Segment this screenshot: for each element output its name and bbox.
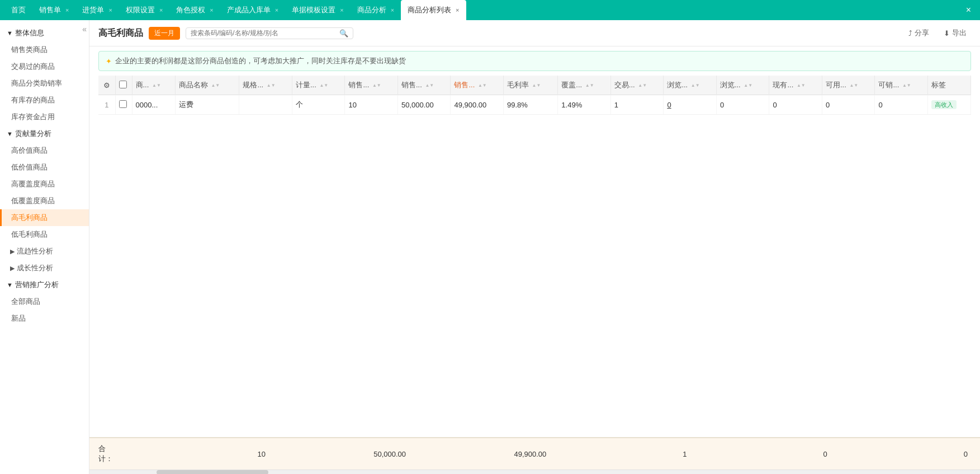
col-browse1-header[interactable]: 浏览... ▲▼ <box>664 76 717 95</box>
col-sellable-sort[interactable]: ▲▼ <box>902 83 911 88</box>
col-coverage-header[interactable]: 覆盖... ▲▼ <box>558 76 611 95</box>
scrollbar-thumb[interactable] <box>157 470 268 474</box>
nav-label-analysis: 商品分析 <box>357 5 386 15</box>
col-browse2-sort[interactable]: ▲▼ <box>744 83 752 88</box>
sidebar-item-stock-capital[interactable]: 库存资金占用 <box>0 109 89 125</box>
col-name-sort[interactable]: ▲▼ <box>211 83 220 88</box>
nav-item-sales[interactable]: 销售单 × <box>32 0 75 20</box>
nav-close-roles[interactable]: × <box>210 7 213 13</box>
export-button[interactable]: ⬇ 导出 <box>939 26 971 40</box>
search-icon[interactable]: 🔍 <box>339 29 348 37</box>
footer-sales-qty: 10 <box>129 450 269 458</box>
filter-recent-month-button[interactable]: 近一月 <box>149 27 180 40</box>
content-area: 高毛利商品 近一月 🔍 ⤴ 分享 ⬇ 导出 ✦ 企业的主要的利润都是这部分商品创… <box>89 20 980 474</box>
nav-close-analysis[interactable]: × <box>391 7 394 13</box>
sidebar-group-marketing[interactable]: ▼ 营销推广分析 <box>0 276 89 293</box>
row-tag: 高收入 <box>927 95 970 115</box>
sidebar-item-in-stock[interactable]: 有库存的商品 <box>0 92 89 109</box>
col-available-header[interactable]: 可用... ▲▼ <box>822 76 875 95</box>
row-sales-amount: 50,000.00 <box>397 95 451 115</box>
col-current-stock-header[interactable]: 现有... ▲▼ <box>769 76 822 95</box>
col-transactions-header[interactable]: 交易... ▲▼ <box>610 76 664 95</box>
nav-close-analysis-list[interactable]: × <box>456 7 459 13</box>
col-browse2-header[interactable]: 浏览... ▲▼ <box>716 76 769 95</box>
row-sellable: 0 <box>875 95 928 115</box>
col-sales-qty-header[interactable]: 销售... ▲▼ <box>345 76 398 95</box>
nav-close-sales[interactable]: × <box>65 7 69 13</box>
col-sales-profit-sort[interactable]: ▲▼ <box>478 83 487 88</box>
nav-item-template[interactable]: 单据模板设置 × <box>285 0 350 20</box>
search-input[interactable] <box>191 29 337 37</box>
sidebar-item-sales-products[interactable]: 销售类商品 <box>0 41 89 58</box>
nav-item-roles[interactable]: 角色授权 × <box>169 0 220 20</box>
sidebar-group-growth[interactable]: ▶ 成长性分析 <box>0 260 89 276</box>
select-all-checkbox[interactable] <box>119 81 127 88</box>
sidebar-item-traded-products[interactable]: 交易过的商品 <box>0 58 89 75</box>
col-sales-qty-sort[interactable]: ▲▼ <box>372 83 381 88</box>
table-row: 1 0000... 运费 个 10 50,000.00 49,900.00 99… <box>98 95 971 115</box>
sidebar-item-low-value[interactable]: 低价值商品 <box>0 159 89 176</box>
horizontal-scrollbar[interactable] <box>89 470 980 474</box>
nav-item-finished-goods[interactable]: 产成品入库单 × <box>220 0 285 20</box>
footer-sales-profit: 49,900.00 <box>409 450 550 458</box>
nav-item-home[interactable]: 首页 <box>4 0 32 20</box>
footer-sellable: 0 <box>831 450 971 458</box>
sidebar-item-high-coverage[interactable]: 高覆盖度商品 <box>0 176 89 193</box>
row-current-stock: 0 <box>769 95 822 115</box>
footer-total-row: 合计： 10 50,000.00 49,900.00 1 0 0 <box>89 437 980 470</box>
sidebar-item-new-products[interactable]: 新品 <box>0 310 89 327</box>
col-sales-amount-sort[interactable]: ▲▼ <box>425 83 434 88</box>
col-name-header[interactable]: 商品名称 ▲▼ <box>175 76 239 95</box>
settings-icon[interactable]: ⚙ <box>103 81 110 90</box>
col-sellable-header[interactable]: 可销... ▲▼ <box>875 76 928 95</box>
nav-item-analysis-list[interactable]: 商品分析列表 × <box>401 0 466 20</box>
sidebar-item-high-value[interactable]: 高价值商品 <box>0 142 89 159</box>
col-unit-header[interactable]: 计量... ▲▼ <box>292 76 345 95</box>
sidebar-item-high-margin[interactable]: 高毛利商品 <box>0 209 89 226</box>
col-spec-sort[interactable]: ▲▼ <box>267 83 276 88</box>
col-spec-header[interactable]: 规格... ▲▼ <box>239 76 292 95</box>
col-browse1-sort[interactable]: ▲▼ <box>691 83 700 88</box>
col-settings[interactable]: ⚙ <box>98 76 115 95</box>
col-available-sort[interactable]: ▲▼ <box>849 83 858 88</box>
row-browse1[interactable]: 0 <box>664 95 717 115</box>
share-button[interactable]: ⤴ 分享 <box>904 26 934 40</box>
nav-item-purchase[interactable]: 进货单 × <box>75 0 119 20</box>
col-unit-sort[interactable]: ▲▼ <box>319 83 328 88</box>
col-code-sort[interactable]: ▲▼ <box>152 83 161 88</box>
sidebar-group-overall-arrow: ▼ <box>7 30 13 36</box>
col-sales-amount-header[interactable]: 销售... ▲▼ <box>397 76 451 95</box>
nav-close-all-button[interactable]: × <box>962 5 976 15</box>
sidebar-item-category-sales-rate[interactable]: 商品分类助销率 <box>0 75 89 92</box>
nav-close-permissions[interactable]: × <box>159 7 163 13</box>
col-tag-header[interactable]: 标签 <box>927 76 970 95</box>
col-transactions-sort[interactable]: ▲▼ <box>638 83 647 88</box>
share-icon: ⤴ <box>908 29 912 37</box>
sidebar-item-low-margin[interactable]: 低毛利商品 <box>0 226 89 243</box>
col-gross-margin-header[interactable]: 毛利率 ▲▼ <box>503 76 557 95</box>
sidebar-group-overall[interactable]: ▼ 整体信息 <box>0 25 89 41</box>
col-code-header[interactable]: 商... ▲▼ <box>132 76 175 95</box>
sidebar-group-contribution[interactable]: ▼ 贡献量分析 <box>0 125 89 142</box>
nav-close-purchase[interactable]: × <box>108 7 112 13</box>
row-checkbox-cell <box>115 95 132 115</box>
col-current-stock-sort[interactable]: ▲▼ <box>797 83 806 88</box>
row-checkbox[interactable] <box>119 100 127 108</box>
col-coverage-sort[interactable]: ▲▼ <box>585 83 594 88</box>
browse1-link[interactable]: 0 <box>667 101 671 109</box>
sidebar-group-overall-label: 整体信息 <box>15 28 44 38</box>
nav-label-roles: 角色授权 <box>176 5 205 15</box>
sidebar-group-trend[interactable]: ▶ 流趋性分析 <box>0 243 89 260</box>
sidebar-collapse-button[interactable]: « <box>82 25 87 34</box>
nav-item-permissions[interactable]: 权限设置 × <box>119 0 169 20</box>
col-sales-profit-header[interactable]: 销售... ▲▼ <box>451 76 504 95</box>
nav-close-finished-goods[interactable]: × <box>275 7 278 13</box>
nav-label-purchase: 进货单 <box>82 5 104 15</box>
footer-current-stock: 0 <box>690 450 831 458</box>
sidebar-item-all-products[interactable]: 全部商品 <box>0 293 89 310</box>
nav-item-analysis[interactable]: 商品分析 × <box>351 0 401 20</box>
share-label: 分享 <box>915 28 929 38</box>
col-gross-margin-sort[interactable]: ▲▼ <box>532 83 541 88</box>
sidebar-item-low-coverage[interactable]: 低覆盖度商品 <box>0 193 89 209</box>
nav-close-template[interactable]: × <box>340 7 343 13</box>
